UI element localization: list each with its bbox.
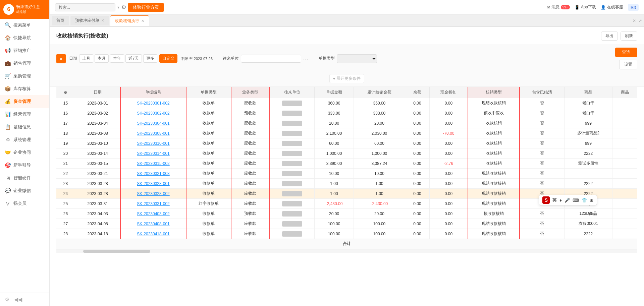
- cell-include_settled: 否: [520, 229, 564, 239]
- online-service-button[interactable]: 👤 在线客服: [601, 4, 623, 10]
- horizontal-scrollbar[interactable]: [56, 249, 637, 253]
- settings-icon[interactable]: ⚙: [5, 296, 9, 303]
- bill-no-link[interactable]: SK-20230302-002: [137, 111, 169, 116]
- cell-bill_no[interactable]: SK-20230408-001: [120, 219, 186, 229]
- ime-item-1[interactable]: ♦: [559, 198, 562, 203]
- cell-cash_discount: 0.00: [430, 189, 468, 199]
- filter-settings-button[interactable]: 设置: [619, 60, 637, 69]
- basic-icon: 📋: [5, 124, 11, 130]
- filter-date-btn-更多[interactable]: 更多: [143, 54, 157, 63]
- sidebar-item-operations[interactable]: 📊经营管理: [0, 108, 49, 121]
- sidebar-item-sales[interactable]: 💼销售管理: [0, 57, 49, 70]
- guide-icon: 🎯: [5, 162, 11, 168]
- sidebar-item-purchase[interactable]: 🛒采购管理: [0, 70, 49, 82]
- bill-no-link[interactable]: SK-20230301-002: [137, 101, 169, 106]
- ime-item-2[interactable]: 🎤: [565, 198, 570, 203]
- cell-include_settled: 否: [520, 209, 564, 219]
- sidebar-item-search[interactable]: 🔍搜索菜单: [0, 19, 49, 32]
- expand-icon: ▾: [333, 76, 335, 81]
- bill-no-link[interactable]: SK-20230321-003: [137, 171, 169, 176]
- bill-no-link[interactable]: SK-20230304-001: [137, 121, 169, 126]
- topbar-gear-icon[interactable]: ⚙: [121, 4, 126, 10]
- cell-balance: 0.00: [405, 189, 430, 199]
- cell-verify_type: 现结收款核销: [468, 98, 520, 108]
- tab-prepay[interactable]: 预收冲应付单✕: [70, 16, 109, 25]
- sidebar-item-enterprise[interactable]: 🤝企业协同: [0, 146, 49, 159]
- tab-expand-icon[interactable]: ⤢: [639, 18, 642, 23]
- messages-button[interactable]: ✉ 消息 99+: [547, 4, 570, 10]
- industry-solution-button[interactable]: 体验行业方案: [128, 3, 164, 12]
- filter-date-btn-上月[interactable]: 上月: [79, 54, 93, 63]
- query-button[interactable]: 查询: [615, 48, 637, 57]
- cell-cash_discount: 0.00: [430, 138, 468, 148]
- user-avatar[interactable]: Rit: [628, 4, 639, 11]
- tab-home[interactable]: 首页: [52, 16, 69, 25]
- sidebar-item-finance[interactable]: 💰资金管理: [0, 95, 49, 108]
- bill-no-link[interactable]: SK-20230418-001: [137, 232, 169, 236]
- cell-date: 2023-03-04: [75, 118, 120, 128]
- tab-close-all-icon[interactable]: ✕: [633, 18, 636, 23]
- cell-bill_no[interactable]: SK-20230328-001: [120, 179, 186, 189]
- ime-item-0[interactable]: 英: [552, 197, 557, 203]
- bill-no-link[interactable]: SK-20230408-001: [137, 222, 169, 226]
- cell-bill_no[interactable]: SK-20230314-001: [120, 148, 186, 159]
- filter-date-btn-近7天[interactable]: 近7天: [125, 54, 142, 63]
- table-row: 282023-04-18SK-20230418-001收款单应收款 100.00…: [56, 229, 637, 239]
- tab-close-icon[interactable]: ✕: [141, 19, 144, 23]
- tab-receipt-verify[interactable]: 收款核销执行✕: [110, 15, 149, 26]
- sidebar-item-inventory[interactable]: 📦库存核算: [0, 82, 49, 95]
- sidebar-item-quick-nav[interactable]: 🏠快捷导航: [0, 32, 49, 44]
- tab-close-icon[interactable]: ✕: [101, 18, 104, 23]
- sidebar-item-wechat[interactable]: 💬企业微信: [0, 184, 49, 197]
- bill-no-link[interactable]: SK-20230328-002: [137, 191, 169, 196]
- cell-bill_no[interactable]: SK-20230331-002: [120, 199, 186, 209]
- ime-item-4[interactable]: 👕: [582, 198, 587, 203]
- bill-no-link[interactable]: SK-20230328-001: [137, 181, 169, 186]
- cell-partner: [270, 169, 315, 179]
- bill-no-link[interactable]: SK-20230310-001: [137, 141, 169, 146]
- cell-verify_type: 现结收款核销: [468, 219, 520, 229]
- bill-no-link[interactable]: SK-20230331-002: [137, 201, 169, 206]
- cell-cash_discount: 0.00: [430, 199, 468, 209]
- filter-date-btn-本年[interactable]: 本年: [110, 54, 124, 63]
- topbar-search-input[interactable]: [55, 3, 115, 11]
- export-button[interactable]: 导出: [601, 32, 618, 41]
- ime-item-3[interactable]: ⌨: [573, 198, 579, 203]
- filter-date-btn-本月[interactable]: 本月: [95, 54, 109, 63]
- cell-bill_no[interactable]: SK-20230301-002: [120, 98, 186, 108]
- cell-bill_no[interactable]: SK-20230403-002: [120, 209, 186, 219]
- sidebar-item-system[interactable]: ⚙系统管理: [0, 133, 49, 146]
- col-header-verify_type: 核销类型: [468, 87, 520, 98]
- expand-more-button[interactable]: ▾ 展开更多条件: [329, 74, 364, 83]
- sidebar-item-guide[interactable]: 🎯新手引导: [0, 159, 49, 172]
- filter-partner-input[interactable]: [241, 55, 301, 63]
- sidebar-item-member[interactable]: V畅会员: [0, 197, 49, 210]
- filter-bill-type-select[interactable]: [337, 54, 377, 63]
- cell-goods2: [612, 199, 637, 209]
- cell-bill_no[interactable]: SK-20230321-003: [120, 169, 186, 179]
- bill-no-link[interactable]: SK-20230403-002: [137, 211, 169, 216]
- sidebar-item-hardware[interactable]: 🖥智能硬件: [0, 172, 49, 184]
- cell-bill_no[interactable]: SK-20230315-002: [120, 159, 186, 169]
- cell-bill_no[interactable]: SK-20230328-002: [120, 189, 186, 199]
- refresh-button[interactable]: 刷新: [621, 32, 637, 41]
- bill-no-link[interactable]: SK-20230314-001: [137, 151, 169, 156]
- ime-item-5[interactable]: ⊞: [590, 198, 593, 203]
- filter-collapse-button[interactable]: »: [56, 54, 66, 63]
- cell-biz_type: 应收款: [231, 189, 270, 199]
- cell-bill_no[interactable]: SK-20230310-001: [120, 138, 186, 148]
- bill-no-link[interactable]: SK-20230308-001: [137, 131, 169, 136]
- collapse-icon[interactable]: ◀◀: [14, 296, 22, 303]
- app-download-button[interactable]: 📱 App下载: [575, 4, 596, 10]
- col-header-verified_amount: 累计核销金额: [354, 87, 405, 98]
- scrollbar-thumb[interactable]: [83, 250, 150, 253]
- bill-no-link[interactable]: SK-20230315-002: [137, 161, 169, 166]
- cell-bill_no[interactable]: SK-20230418-001: [120, 229, 186, 239]
- cell-bill_no[interactable]: SK-20230308-001: [120, 128, 186, 138]
- table-total-row: 合计: [56, 239, 637, 249]
- filter-custom-date-button[interactable]: 自定义: [159, 54, 177, 63]
- sidebar-item-basic[interactable]: 📋基础信息: [0, 121, 49, 133]
- sidebar-item-marketing[interactable]: 📢营销推广: [0, 44, 49, 57]
- cell-bill_no[interactable]: SK-20230304-001: [120, 118, 186, 128]
- cell-bill_no[interactable]: SK-20230302-002: [120, 108, 186, 118]
